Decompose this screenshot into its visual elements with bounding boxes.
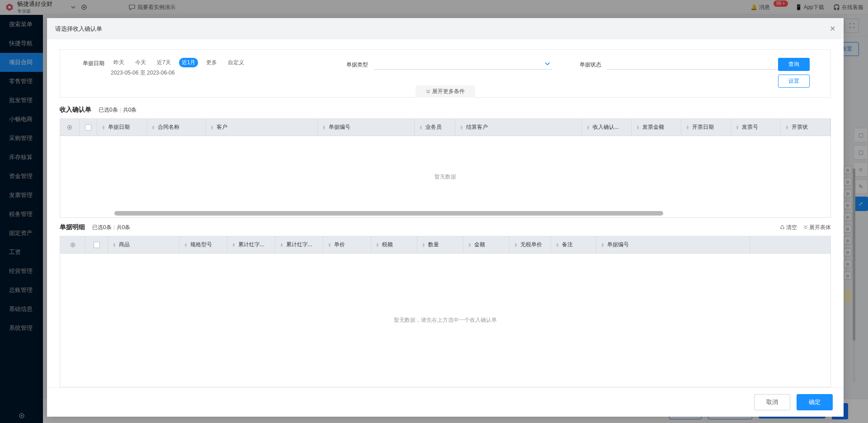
table1-cols-col-9[interactable]: 发票号	[731, 119, 781, 136]
type-select[interactable]	[374, 58, 552, 70]
table2-cols-col-5[interactable]: 税额	[371, 236, 417, 253]
filter-settings-button[interactable]: 设置	[778, 75, 810, 88]
modal-confirm-button[interactable]: 确定	[797, 394, 833, 410]
status-filter: 单据状态	[580, 58, 786, 70]
table2: 商品规格型号累计红字...累计红字...单价税额数量金额无税单价备注单据编号 暂…	[60, 236, 831, 387]
sort-icon	[514, 243, 518, 247]
svg-point-8	[72, 244, 74, 246]
table2-cols-col-6[interactable]: 数量	[417, 236, 463, 253]
sort-icon	[601, 243, 604, 247]
sort-icon	[422, 243, 425, 247]
modal-cancel-button[interactable]: 取消	[754, 394, 790, 410]
table1-cols-col-4[interactable]: 业务员	[415, 119, 455, 136]
table2-cols-col-1[interactable]: 规格型号	[179, 236, 227, 253]
modal-title: 请选择收入确认单	[55, 25, 102, 33]
expand-more-button[interactable]: 展开更多条件	[415, 85, 475, 98]
modal-footer: 取消 确定	[47, 387, 844, 417]
filter-row: 单据日期 昨天今天近7天近1月更多自定义 2023-05-06 至 2023-0…	[83, 58, 808, 77]
date-range-text: 2023-05-06 至 2023-06-06	[111, 69, 247, 77]
date-option-3[interactable]: 近1月	[179, 58, 198, 67]
type-filter: 单据类型	[346, 58, 552, 70]
clear-icon: ♺	[780, 224, 785, 230]
query-button[interactable]: 查询	[778, 58, 810, 71]
date-options: 昨天今天近7天近1月更多自定义 2023-05-06 至 2023-06-06	[111, 58, 247, 77]
table1-empty-text: 暂无数据	[434, 173, 456, 181]
table2-cols-col-3[interactable]: 累计红字...	[275, 236, 323, 253]
table2-cols-col-9[interactable]: 备注	[551, 236, 596, 253]
date-option-5[interactable]: 自定义	[225, 58, 247, 67]
sort-icon	[468, 243, 472, 247]
sort-icon	[736, 125, 739, 130]
svg-point-6	[69, 127, 71, 128]
table2-empty-text: 暂无数据，请先在上方选中一个收入确认单	[394, 316, 497, 324]
table1-header: 单据日期合同名称客户单据编号业务员结算客户收入确认...发票金额开票日期发票号开…	[60, 119, 830, 136]
sort-icon	[210, 125, 214, 130]
sort-icon	[232, 243, 236, 247]
section1-selection-info: 已选0条|共0条	[99, 106, 137, 114]
table2-cols-col-2[interactable]: 累计红字...	[227, 236, 275, 253]
type-filter-label: 单据类型	[346, 59, 368, 69]
table2-cols-col-10[interactable]: 单据编号	[596, 236, 750, 253]
sort-icon	[460, 125, 463, 130]
modal-close-icon[interactable]: ✕	[830, 24, 835, 33]
table1-gear-icon[interactable]	[60, 119, 80, 136]
table2-gear-icon[interactable]	[60, 236, 85, 253]
double-chevron-down-icon	[426, 89, 430, 94]
sort-icon	[636, 125, 640, 130]
table1-checkall[interactable]	[80, 119, 97, 136]
status-select[interactable]	[608, 58, 786, 70]
table1-cols-col-0[interactable]: 单据日期	[97, 119, 147, 136]
section2-selection-info: 已选0条|共0条	[92, 224, 131, 231]
table1-cols-col-7[interactable]: 发票金额	[632, 119, 681, 136]
modal: 请选择收入确认单 ✕ 单据日期 昨天今天近7天近1月更多自定义 2023-05-…	[47, 18, 844, 417]
table1-cols-col-5[interactable]: 结算客户	[455, 119, 582, 136]
table2-checkall[interactable]	[85, 236, 108, 253]
table2-cols-col-7[interactable]: 金额	[463, 236, 509, 253]
date-option-2[interactable]: 近7天	[154, 58, 174, 67]
sort-icon	[322, 125, 326, 130]
chevron-down-icon	[544, 61, 551, 67]
date-option-0[interactable]: 昨天	[111, 58, 127, 67]
sort-icon	[184, 243, 188, 247]
double-chevron-down-icon	[803, 225, 808, 230]
clear-button[interactable]: ♺ 清空	[780, 224, 797, 231]
table1-cols-col-6[interactable]: 收入确认...	[582, 119, 632, 136]
date-filter-group: 单据日期 昨天今天近7天近1月更多自定义 2023-05-06 至 2023-0…	[83, 58, 247, 77]
expand-body-button[interactable]: 展开表体	[803, 224, 831, 231]
modal-header: 请选择收入确认单 ✕	[47, 18, 844, 39]
filter-actions: 查询 设置	[778, 58, 810, 88]
sort-icon	[785, 125, 789, 130]
table1-cols-col-10[interactable]: 开票状	[781, 119, 830, 136]
sort-icon	[376, 243, 379, 247]
sort-icon	[151, 125, 155, 130]
table1-cols-col-1[interactable]: 合同名称	[147, 119, 206, 136]
sort-icon	[102, 125, 105, 130]
table1-cols-col-3[interactable]: 单据编号	[318, 119, 415, 136]
table2-body: 暂无数据，请先在上方选中一个收入确认单	[60, 254, 830, 387]
date-filter-label: 单据日期	[83, 58, 104, 67]
date-option-4[interactable]: 更多	[203, 58, 220, 67]
table2-header: 商品规格型号累计红字...累计红字...单价税额数量金额无税单价备注单据编号	[60, 236, 830, 254]
section2-title: 单据明细	[60, 223, 85, 231]
table1: 单据日期合同名称客户单据编号业务员结算客户收入确认...发票金额开票日期发票号开…	[60, 118, 831, 218]
modal-body: 单据日期 昨天今天近7天近1月更多自定义 2023-05-06 至 2023-0…	[47, 39, 844, 387]
table2-cols-col-4[interactable]: 单价	[323, 236, 371, 253]
table2-cols-col-8[interactable]: 无税单价	[509, 236, 551, 253]
sort-icon	[113, 243, 116, 247]
filter-panel: 单据日期 昨天今天近7天近1月更多自定义 2023-05-06 至 2023-0…	[60, 49, 831, 98]
section2-header: 单据明细 已选0条|共0条 ♺ 清空 展开表体	[60, 223, 831, 231]
date-option-1[interactable]: 今天	[132, 58, 149, 67]
status-filter-label: 单据状态	[580, 59, 601, 69]
sort-icon	[419, 125, 423, 130]
table1-hscroll[interactable]	[114, 211, 663, 216]
sort-icon	[328, 243, 331, 247]
sort-icon	[586, 125, 590, 130]
section1-title: 收入确认单	[60, 106, 91, 114]
sort-icon	[280, 243, 283, 247]
table1-cols-col-2[interactable]: 客户	[206, 119, 318, 136]
section1-header: 收入确认单 已选0条|共0条	[60, 106, 831, 114]
table1-cols-col-8[interactable]: 开票日期	[681, 119, 731, 136]
section2-actions: ♺ 清空 展开表体	[780, 224, 831, 231]
table2-cols-col-0[interactable]: 商品	[108, 236, 179, 253]
table1-body: 暂无数据	[60, 136, 830, 217]
